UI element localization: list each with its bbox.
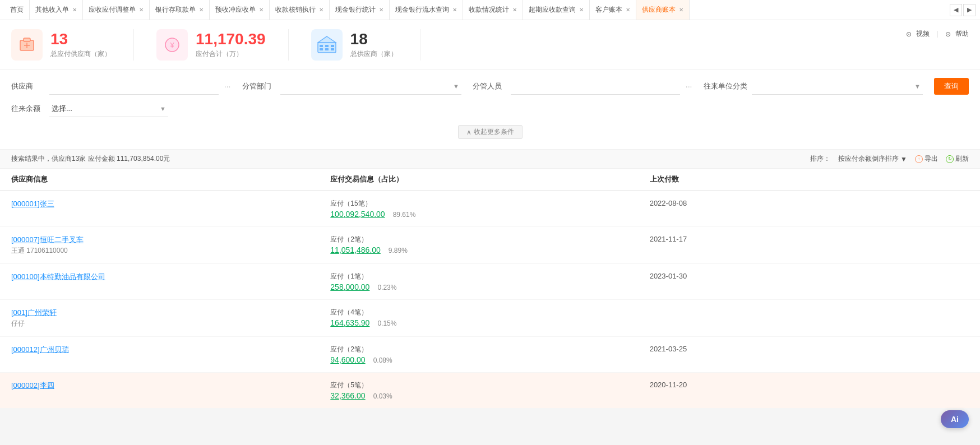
close-icon[interactable]: ✕ xyxy=(139,7,144,13)
close-icon[interactable]: ✕ xyxy=(319,7,323,13)
close-icon[interactable]: ✕ xyxy=(379,7,383,13)
nav-prev-button[interactable]: ◀ xyxy=(950,4,962,16)
total-suppliers-icon xyxy=(311,29,343,61)
tx-label: 应付（1笔） xyxy=(330,272,649,281)
balance-select[interactable]: 选择... xyxy=(49,100,168,117)
svg-rect-9 xyxy=(331,45,334,47)
supplier-link[interactable]: [000012]广州贝瑞 xyxy=(11,345,330,355)
refresh-button[interactable]: ↻ 刷新 xyxy=(946,154,969,164)
close-icon[interactable]: ✕ xyxy=(626,7,630,13)
supplier-info-cell: [000100]本特勤油品有限公司 xyxy=(11,272,330,282)
last-pay-cell: 2020-11-20 xyxy=(650,381,969,389)
dept-select[interactable] xyxy=(280,78,462,95)
payable-amount-icon: ¥ xyxy=(156,29,188,61)
supplier-link[interactable]: [000100]本特勤油品有限公司 xyxy=(11,272,330,282)
tx-amount[interactable]: 100,092,540.00 xyxy=(330,210,385,219)
tx-pct: 0.03% xyxy=(373,392,392,400)
supplier-link[interactable]: [000007]恒旺二手叉车 xyxy=(11,235,330,245)
export-button[interactable]: ↑ 导出 xyxy=(915,154,938,164)
total-supplier-count: 18 xyxy=(350,31,397,47)
help-link[interactable]: 帮助 xyxy=(955,29,969,39)
supplier-link[interactable]: [000001]张三 xyxy=(11,199,330,209)
result-actions: 排序： 按应付余额倒序排序 ▼ ↑ 导出 ↻ 刷新 xyxy=(810,154,969,164)
nav-tab-collection[interactable]: 收款核销执行 ✕ xyxy=(270,0,330,20)
nav-tab-other-income[interactable]: 其他收入单 ✕ xyxy=(30,0,83,20)
filter-row-1: 供应商 ··· 分管部门 ▼ 分管人员 ··· 往来单位分类 xyxy=(11,78,969,95)
supplier-link[interactable]: [001]广州荣轩 xyxy=(11,308,330,318)
tx-row: 100,092,540.00 89.61% xyxy=(330,208,649,219)
nav-tab-customer-ledger[interactable]: 客户账本 ✕ xyxy=(590,0,636,20)
nav-tab-cash-flow[interactable]: 现金银行流水查询 ✕ xyxy=(390,0,463,20)
close-icon[interactable]: ✕ xyxy=(199,7,204,13)
result-bar: 搜索结果中，供应商13家 应付金额 111,703,854.00元 排序： 按应… xyxy=(0,150,980,169)
nav-tab-home[interactable]: 首页 xyxy=(4,0,30,20)
unit-cat-label: 往来单位分类 xyxy=(704,81,747,91)
person-dots-btn[interactable]: ··· xyxy=(686,82,692,91)
tx-amount[interactable]: 32,366.00 xyxy=(330,391,365,400)
tx-label: 应付（5笔） xyxy=(330,381,649,390)
supplier-label: 供应商 xyxy=(11,81,45,91)
nav-next-button[interactable]: ▶ xyxy=(963,4,976,16)
video-link[interactable]: 视频 xyxy=(916,29,930,39)
nav-tab-supplier-ledger[interactable]: 供应商账本 ✕ xyxy=(636,0,690,20)
collapse-button[interactable]: ∧ 收起更多条件 xyxy=(458,125,523,139)
total-supplier-label: 总供应商（家） xyxy=(350,49,397,59)
nav-tab-payment-stat[interactable]: 收款情况统计 ✕ xyxy=(463,0,523,20)
stat-payable-suppliers: 13 总应付供应商（家） xyxy=(11,29,134,61)
svg-rect-12 xyxy=(331,48,334,50)
svg-marker-13 xyxy=(318,36,336,43)
tx-amount[interactable]: 94,600.00 xyxy=(330,355,365,364)
unit-cat-select[interactable] xyxy=(752,78,923,95)
nav-tab-bank[interactable]: 银行存取款单 ✕ xyxy=(150,0,210,20)
tx-info-cell: 应付（5笔） 32,366.00 0.03% xyxy=(330,381,649,400)
supplier-dots-btn[interactable]: ··· xyxy=(224,82,231,91)
last-pay-date: 2021-03-25 xyxy=(650,345,687,353)
supplier-sub: 仔仔 xyxy=(11,319,330,328)
help-icon: ⊙ xyxy=(945,30,951,38)
supplier-info-cell: [001]广州荣轩 仔仔 xyxy=(11,308,330,328)
refresh-icon: ↻ xyxy=(946,155,954,163)
last-pay-date: 2020-11-20 xyxy=(650,381,687,389)
payable-count-label: 总应付供应商（家） xyxy=(50,49,111,59)
nav-tab-prepay[interactable]: 预收冲应收单 ✕ xyxy=(210,0,270,20)
unit-cat-select-wrapper: ▼ xyxy=(752,78,923,95)
sort-value: 按应付余额倒序排序 xyxy=(838,154,899,164)
tx-pct: 0.23% xyxy=(377,284,396,291)
supplier-link[interactable]: [000002]李四 xyxy=(11,381,330,391)
last-pay-cell: 2021-11-17 xyxy=(650,235,969,243)
filter-unit-cat: 往来单位分类 ▼ xyxy=(704,78,923,95)
last-pay-date: 2021-11-17 xyxy=(650,235,687,243)
close-icon[interactable]: ✕ xyxy=(452,7,457,13)
tx-info-cell: 应付（1笔） 258,000.00 0.23% xyxy=(330,272,649,291)
payable-suppliers-icon xyxy=(11,29,43,61)
nav-tab-adjustment[interactable]: 应收应付调整单 ✕ xyxy=(83,0,150,20)
tx-label: 应付（2笔） xyxy=(330,235,649,244)
supplier-info-cell: [000002]李四 xyxy=(11,381,330,391)
tx-row: 32,366.00 0.03% xyxy=(330,390,649,400)
close-icon[interactable]: ✕ xyxy=(259,7,264,13)
last-pay-date: 2022-08-08 xyxy=(650,199,687,207)
close-icon[interactable]: ✕ xyxy=(579,7,584,13)
tx-amount[interactable]: 258,000.00 xyxy=(330,282,369,291)
nav-tab-overdue[interactable]: 超期应收款查询 ✕ xyxy=(523,0,590,20)
supplier-input[interactable] xyxy=(49,78,219,95)
table-body: [000001]张三 应付（15笔） 100,092,540.00 89.61%… xyxy=(0,191,980,409)
svg-rect-8 xyxy=(325,45,329,47)
last-pay-cell: 2021-03-25 xyxy=(650,345,969,353)
payable-count: 13 xyxy=(50,31,111,47)
sort-select[interactable]: 按应付余额倒序排序 ▼ xyxy=(838,154,907,164)
tx-amount[interactable]: 11,051,486.00 xyxy=(330,245,381,254)
person-input[interactable] xyxy=(511,78,680,95)
filter-dept: 分管部门 ▼ xyxy=(242,78,462,95)
stat-payable-text: 13 总应付供应商（家） xyxy=(50,31,111,59)
close-icon[interactable]: ✕ xyxy=(512,7,517,13)
close-icon[interactable]: ✕ xyxy=(679,7,683,13)
search-button[interactable]: 查询 xyxy=(934,78,969,95)
tx-row: 94,600.00 0.08% xyxy=(330,354,649,364)
collapse-bar: ∧ 收起更多条件 xyxy=(11,123,969,143)
filter-person: 分管人员 ··· xyxy=(473,78,692,95)
tx-amount[interactable]: 164,635.90 xyxy=(330,318,369,327)
table-row: [000001]张三 应付（15笔） 100,092,540.00 89.61%… xyxy=(0,191,980,227)
close-icon[interactable]: ✕ xyxy=(72,7,77,13)
nav-tab-cash-stat[interactable]: 现金银行统计 ✕ xyxy=(330,0,390,20)
